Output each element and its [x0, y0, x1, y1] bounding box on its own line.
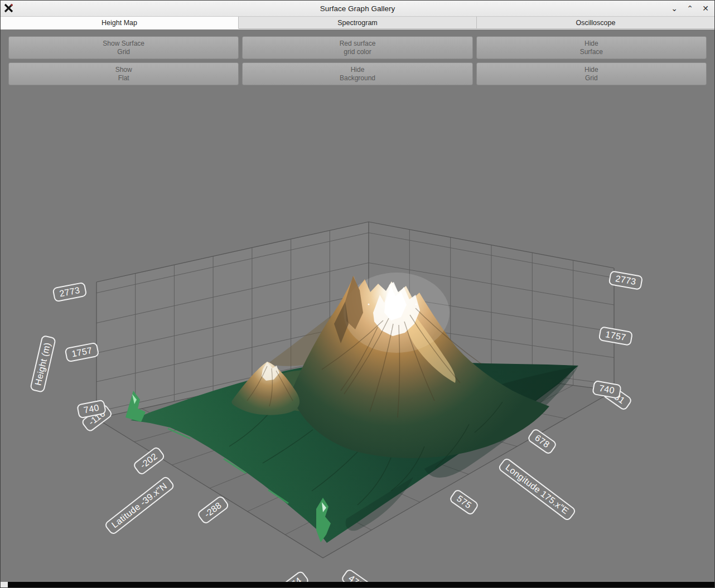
chart-panel: Show Surface Grid Red surface grid color…: [1, 30, 714, 582]
hide-grid-button[interactable]: Hide Grid: [476, 62, 707, 85]
show-flat-button[interactable]: Show Flat: [8, 62, 239, 85]
tab-label: Spectrogram: [337, 19, 378, 27]
bottom-edge-strip: [1, 582, 714, 587]
surface-grid-color-button[interactable]: Red surface grid color: [242, 36, 472, 59]
hide-background-button[interactable]: Hide Background: [242, 62, 472, 85]
maximize-button[interactable]: ⌃: [685, 1, 694, 16]
button-label: Hide: [351, 66, 365, 74]
tab-height-map[interactable]: Height Map: [1, 17, 239, 29]
button-label: Flat: [118, 74, 129, 82]
button-label: Background: [340, 74, 375, 82]
hide-surface-button[interactable]: Hide Surface: [476, 36, 707, 59]
tab-spectrogram[interactable]: Spectrogram: [239, 17, 477, 29]
button-label: Hide: [584, 66, 598, 74]
close-button[interactable]: ✕: [701, 1, 710, 16]
app-window: Surface Graph Gallery ⌄ ⌃ ✕ Height Map S…: [0, 0, 715, 588]
tab-oscilloscope[interactable]: Oscilloscope: [477, 17, 714, 29]
toolbar: Show Surface Grid Red surface grid color…: [8, 36, 707, 85]
button-label: Grid: [117, 48, 130, 56]
button-label: Surface: [580, 48, 603, 56]
window-title: Surface Graph Gallery: [1, 4, 714, 13]
button-label: Show: [115, 66, 132, 74]
surface-plot[interactable]: 781 678 575 472 -116 -202 -288 374 2773 …: [1, 30, 714, 582]
tab-label: Oscilloscope: [576, 19, 616, 27]
surface-plot-canvas: [1, 30, 714, 582]
button-label: Grid: [585, 74, 598, 82]
tab-label: Height Map: [102, 19, 137, 27]
tab-bar: Height Map Spectrogram Oscilloscope: [1, 17, 714, 30]
window-controls: ⌄ ⌃ ✕: [670, 1, 710, 16]
button-label: Red surface: [340, 40, 376, 48]
shade-button[interactable]: ⌄: [670, 1, 679, 16]
button-label: Show Surface: [103, 40, 144, 48]
titlebar: Surface Graph Gallery ⌄ ⌃ ✕: [1, 1, 714, 17]
button-label: Hide: [584, 40, 598, 48]
show-surface-grid-button[interactable]: Show Surface Grid: [8, 36, 239, 59]
button-label: grid color: [344, 48, 371, 56]
bottom-corner-block: [1, 582, 8, 587]
